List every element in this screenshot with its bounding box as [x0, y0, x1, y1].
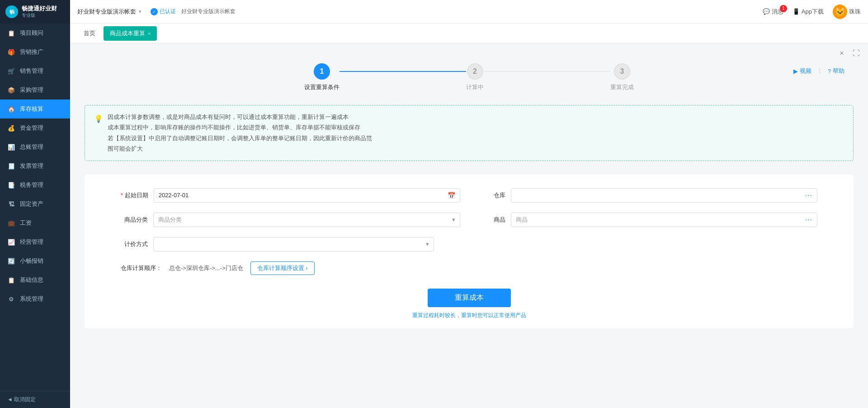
sidebar-unpin-button[interactable]: ◄ 取消固定	[0, 391, 70, 408]
form-row-1: 起始日期 2022-07-01 📅 仓库 ···	[121, 188, 817, 203]
page-content: × ⛶ 1 设置重算条件 2 计算中 3	[70, 43, 868, 408]
video-button[interactable]: ▶ 视频	[793, 67, 811, 75]
info-line-3: 若【系统设置】中启用了自动调整记账日期时，会调整入库单的整单记账日期，因此重新计…	[108, 133, 372, 143]
sidebar-item-basic[interactable]: 📋 基础信息	[0, 270, 70, 289]
account-selector[interactable]: 好业财专业版演示帐套 ▾	[77, 8, 142, 16]
sidebar-item-label: 发票管理	[20, 162, 43, 170]
help-icon: ?	[828, 68, 831, 75]
sidebar-item-marketing[interactable]: 🎁 营销推广	[0, 43, 70, 62]
sidebar-item-ledger[interactable]: 📊 总账管理	[0, 138, 70, 157]
invoice-icon: 🧾	[7, 162, 15, 170]
tax-icon: 📑	[7, 181, 15, 189]
step-line-2	[484, 71, 610, 72]
step-3: 3 重算完成	[610, 63, 634, 91]
user-name: 珠珠	[849, 8, 861, 16]
verified-account-name: 好业财专业版演示帐套	[181, 8, 236, 15]
sidebar-item-expense[interactable]: 🔄 小畅报销	[0, 251, 70, 270]
sidebar-item-label: 工资	[20, 219, 32, 227]
sidebar-item-label: 税务管理	[20, 181, 43, 189]
warehouse-order-label: 仓库计算顺序：	[121, 264, 162, 272]
form-row-3: 计价方式 ▾	[121, 237, 434, 251]
sidebar-item-sales[interactable]: 🛒 销售管理	[0, 62, 70, 81]
sidebar-item-salary[interactable]: 💼 工资	[0, 213, 70, 232]
sidebar-item-label: 经营管理	[20, 238, 43, 246]
warehouse-label: 仓库	[478, 191, 505, 199]
pricing-select[interactable]: ▾	[153, 237, 434, 251]
account-name: 好业财专业版演示帐套	[77, 8, 136, 16]
avatar-icon: 🐱	[835, 7, 845, 17]
warehouse-dots-icon: ···	[805, 191, 812, 199]
start-date-input[interactable]: 2022-07-01 📅	[154, 188, 460, 203]
play-icon: ▶	[793, 68, 798, 75]
message-button[interactable]: 💬 消息 1	[763, 8, 783, 16]
form-group-category: 商品分类 商品分类 ▾	[121, 213, 460, 227]
account-chevron-icon: ▾	[139, 9, 142, 14]
sidebar-item-label: 资金管理	[20, 124, 43, 132]
sidebar-item-invoice[interactable]: 🧾 发票管理	[0, 157, 70, 176]
message-badge: 1	[780, 5, 787, 12]
sidebar-item-label: 销售管理	[20, 67, 43, 75]
goods-placeholder: 商品	[516, 216, 528, 224]
sidebar-item-label: 库存核算	[20, 105, 43, 113]
sidebar-item-finance[interactable]: 💰 资金管理	[0, 119, 70, 138]
info-line-2: 成本重算过程中，影响库存账的操作均不能操作，比如进货单、销货单、库存单据不能审核…	[108, 122, 372, 133]
step-2: 2 计算中	[466, 63, 484, 91]
sidebar-item-label: 基础信息	[20, 276, 43, 284]
start-date-value: 2022-07-01	[159, 192, 189, 199]
tab-home[interactable]: 首页	[77, 26, 102, 41]
step-2-label: 计算中	[466, 83, 484, 91]
sidebar-item-purchase[interactable]: 📦 采购管理	[0, 81, 70, 100]
sidebar-item-system[interactable]: ⚙ 系统管理	[0, 289, 70, 308]
sidebar-item-label: 固定资产	[20, 200, 43, 208]
sidebar-item-project[interactable]: 📋 项目顾问	[0, 24, 70, 43]
pricing-label: 计价方式	[121, 240, 148, 248]
sidebar-item-tax[interactable]: 📑 税务管理	[0, 176, 70, 195]
warehouse-order-value: 总仓->深圳仓库->...->门店仓	[169, 264, 243, 272]
goods-input[interactable]: 商品 ···	[511, 213, 818, 227]
form-row-2: 商品分类 商品分类 ▾ 商品 商品 ···	[121, 213, 817, 227]
sidebar-item-label: 项目顾问	[20, 29, 43, 37]
form-area: 起始日期 2022-07-01 📅 仓库 ··· 商品分	[85, 175, 854, 328]
tab-home-label: 首页	[84, 29, 95, 38]
user-profile[interactable]: 🐱 珠珠	[833, 5, 861, 19]
sidebar-item-label: 小畅报销	[20, 257, 43, 265]
avatar: 🐱	[833, 5, 847, 19]
category-chevron-icon: ▾	[452, 216, 455, 223]
verified-badge: ✓ 已认证	[151, 8, 176, 15]
step-progress: 1 设置重算条件 2 计算中 3 重算完成 ▶ 视	[85, 54, 854, 105]
recalc-button[interactable]: 重算成本	[428, 289, 511, 307]
step-1: 1 设置重算条件	[304, 63, 340, 91]
marketing-icon: 🎁	[7, 48, 15, 56]
system-icon: ⚙	[7, 295, 15, 303]
topbar-right: 💬 消息 1 📱 App下载 🐱 珠珠	[763, 5, 861, 19]
verified-label: 已认证	[160, 8, 176, 15]
category-select[interactable]: 商品分类 ▾	[153, 213, 460, 227]
help-button[interactable]: ? 帮助	[828, 67, 844, 75]
recalc-area: 重算成本 重算过程耗时较长，重算时您可以正常使用产品	[121, 289, 817, 319]
sidebar-item-inventory[interactable]: 🏠 库存核算	[0, 100, 70, 119]
warehouse-input[interactable]: ···	[511, 188, 818, 203]
sidebar-item-label: 总账管理	[20, 143, 43, 151]
tab-close-icon[interactable]: ×	[148, 31, 151, 36]
app-download-label: App下载	[802, 8, 824, 16]
step-2-circle: 2	[467, 63, 483, 80]
project-icon: 📋	[7, 29, 15, 37]
sidebar-item-operations[interactable]: 📈 经营管理	[0, 232, 70, 251]
form-group-goods: 商品 商品 ···	[478, 213, 818, 227]
info-box: 💡 因成本计算参数调整，或是对商品成本有疑问时，可以通过成本重算功能，重新计算一…	[85, 105, 854, 161]
sidebar-header: 畅 畅捷通好业财 专业版	[0, 0, 70, 24]
sidebar-item-assets[interactable]: 🏗 固定资产	[0, 195, 70, 213]
tabs-bar: 首页 商品成本重算 ×	[70, 24, 868, 43]
category-placeholder: 商品分类	[158, 216, 182, 224]
sidebar-bottom-label: ◄ 取消固定	[7, 396, 36, 403]
step-help-actions: ▶ 视频 | ? 帮助	[793, 67, 844, 75]
tab-cost-recalc[interactable]: 商品成本重算 ×	[104, 26, 157, 41]
warehouse-order-settings-button[interactable]: 仓库计算顺序设置 ›	[250, 261, 315, 275]
calendar-icon: 📅	[448, 192, 455, 199]
info-line-1: 因成本计算参数调整，或是对商品成本有疑问时，可以通过成本重算功能，重新计算一遍成…	[108, 112, 372, 122]
app-download-button[interactable]: 📱 App下载	[793, 8, 824, 16]
form-group-pricing: 计价方式 ▾	[121, 237, 434, 251]
purchase-icon: 📦	[7, 86, 15, 94]
step-1-circle: 1	[314, 63, 330, 80]
step-line-1	[340, 71, 466, 72]
